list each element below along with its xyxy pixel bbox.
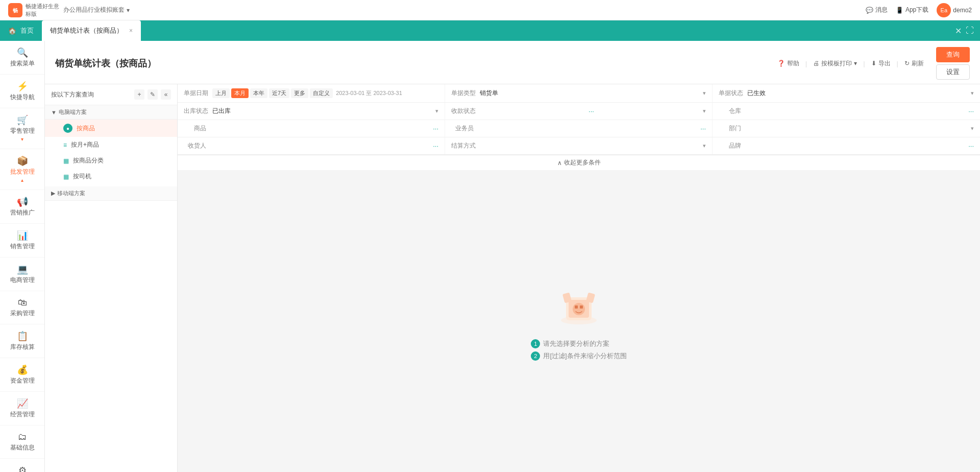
date-tab-last-month[interactable]: 上月 — [212, 88, 230, 98]
out-status-select[interactable]: 已出库 ▾ — [212, 107, 438, 115]
tree-item-by-category[interactable]: ▦ 按商品分类 — [45, 153, 177, 169]
sidebar-item-operations[interactable]: 📈 经营管理 — [0, 392, 44, 426]
product-label: 商品 — [184, 124, 210, 133]
warehouse-dots[interactable]: ··· — [968, 107, 974, 115]
date-tab-custom[interactable]: 自定义 — [310, 88, 333, 98]
add-icon: + — [137, 91, 141, 98]
date-tab-current-year[interactable]: 本年 — [250, 88, 267, 98]
date-tab-current-month[interactable]: 本月 — [231, 88, 249, 98]
tree-item-by-month-product[interactable]: ≡ 按月+商品 — [45, 137, 177, 153]
filter-row-4: 收货人 ··· 结算方式 ▾ — [178, 137, 980, 155]
salesperson-select[interactable]: ··· — [478, 125, 706, 132]
logo-icon: 畅 — [8, 3, 22, 17]
filter-cell-doc-status: 单据状态 已生效 ▾ — [713, 84, 980, 102]
logo-area: 畅 畅捷通好生意 标版 — [8, 3, 59, 17]
query-button[interactable]: 查询 — [936, 47, 970, 62]
operations-icon: 📈 — [2, 398, 42, 409]
filter-cell-out-status: 出库状态 已出库 ▾ — [178, 103, 445, 120]
sidebar-item-basic[interactable]: 🗂 基础信息 — [0, 426, 44, 459]
tree-expand-icon: ▼ — [51, 109, 57, 115]
sidebar-item-system[interactable]: ⚙ 系统管理 — [0, 459, 44, 472]
app-download-button[interactable]: 📱 App下载 — [896, 6, 928, 14]
svg-rect-7 — [580, 305, 583, 309]
tab-active[interactable]: 销货单统计表（按商品） × — [42, 20, 141, 41]
date-tab-more[interactable]: 更多 — [291, 88, 308, 98]
filter-cell-warehouse: 仓库 ··· — [713, 103, 980, 120]
dept-select[interactable]: ▾ — [745, 125, 974, 132]
message-button[interactable]: 💬 消息 — [866, 6, 888, 14]
sidebar-item-finance[interactable]: 💰 资金管理 — [0, 358, 44, 392]
payment-chevron-icon: ▾ — [703, 143, 706, 149]
tree-section-desktop[interactable]: ▼ 电脑端方案 — [45, 105, 177, 120]
left-panel-header: 按以下方案查询 + ✎ « — [45, 84, 177, 105]
product-dots[interactable]: ··· — [433, 125, 438, 132]
user-menu[interactable]: Ea demo2 — [937, 3, 972, 17]
refresh-button[interactable]: ↻ 刷新 — [904, 59, 924, 68]
tab-close-icon[interactable]: × — [129, 27, 133, 34]
empty-state: 1 请先选择要分析的方案 2 用[过滤]条件来缩小分析范围 — [531, 282, 626, 361]
left-panel: 按以下方案查询 + ✎ « ▼ — [45, 84, 178, 472]
help-button[interactable]: ❓ 帮助 — [777, 59, 799, 68]
filter-cell-doc-type: 单据类型 销货单 ▾ — [445, 84, 713, 102]
data-panel: 1 请先选择要分析的方案 2 用[过滤]条件来缩小分析范围 — [178, 170, 980, 472]
collapse-filters-button[interactable]: ∧ 收起更多条件 — [178, 155, 980, 170]
sidebar-item-retail[interactable]: 🛒 零售管理 ▾ — [0, 108, 44, 149]
export-button[interactable]: ⬇ 导出 — [871, 59, 891, 68]
recipient-select[interactable]: ··· — [210, 142, 438, 150]
window-close-button[interactable]: ✕ — [955, 26, 962, 36]
left-panel-label: 按以下方案查询 — [51, 90, 94, 99]
brand-label: 品牌 — [719, 141, 745, 150]
product-select[interactable]: ··· — [210, 125, 438, 132]
inventory-icon: 📋 — [2, 331, 42, 342]
sidebar-item-wholesale[interactable]: 📦 批发管理 ▴ — [0, 149, 44, 190]
tabbar: 🏠 首页 销货单统计表（按商品） × ✕ ⛶ — [0, 20, 980, 41]
sidebar-item-marketing[interactable]: 📢 营销推广 — [0, 190, 44, 224]
tree-item-by-product[interactable]: ● 按商品 — [45, 120, 177, 137]
receipt-status-select[interactable]: ··· ▾ — [480, 107, 706, 115]
svg-point-5 — [573, 303, 585, 315]
brand-dots[interactable]: ··· — [968, 142, 974, 150]
warehouse-select[interactable]: ··· — [745, 107, 974, 115]
brand-select[interactable]: ··· — [745, 142, 974, 150]
date-label: 单据日期 — [184, 89, 212, 98]
edit-scheme-button[interactable]: ✎ — [148, 89, 158, 100]
salesperson-dots[interactable]: ··· — [700, 125, 706, 132]
basic-icon: 🗂 — [2, 432, 42, 442]
recipient-dots[interactable]: ··· — [433, 142, 438, 150]
doc-type-select[interactable]: 销货单 ▾ — [480, 89, 706, 98]
date-tabs: 上月 本月 本年 近7天 更多 自定义 — [212, 88, 333, 98]
collapse-panel-button[interactable]: « — [161, 89, 171, 100]
system-icon: ⚙ — [2, 465, 42, 472]
sidebar-item-sales[interactable]: 📊 销售管理 — [0, 224, 44, 257]
sidebar-item-inventory[interactable]: 📋 库存核算 — [0, 324, 44, 358]
add-scheme-button[interactable]: + — [134, 89, 144, 100]
payment-label: 结算方式 — [451, 141, 480, 150]
by-product-icon: ● — [63, 124, 72, 133]
payment-select[interactable]: ▾ — [480, 143, 706, 149]
body-area: 按以下方案查询 + ✎ « ▼ — [45, 84, 980, 472]
tree-item-by-printer[interactable]: ▦ 按司机 — [45, 169, 177, 184]
print-button[interactable]: 🖨 按模板打印 ▾ — [813, 59, 857, 68]
tab-home[interactable]: 🏠 首页 — [0, 20, 42, 41]
dept-chevron-icon: ▾ — [971, 125, 974, 132]
sidebar-item-quick-nav[interactable]: ⚡ 快捷导航 — [0, 75, 44, 108]
page-title: 销货单统计表（按商品） — [55, 57, 156, 69]
window-expand-button[interactable]: ⛶ — [966, 26, 974, 36]
message-icon: 💬 — [866, 7, 873, 14]
filter-row-3: 商品 ··· 业务员 ··· 部门 — [178, 120, 980, 137]
sidebar-item-search-menu[interactable]: 🔍 搜索菜单 — [0, 41, 44, 75]
receipt-status-dots[interactable]: ··· — [589, 107, 594, 115]
doc-status-select[interactable]: 已生效 ▾ — [747, 89, 974, 98]
filter-cell-product: 商品 ··· — [178, 120, 445, 137]
export-icon: ⬇ — [871, 60, 876, 67]
sidebar-item-ecommerce[interactable]: 💻 电商管理 — [0, 257, 44, 291]
avatar: Ea — [937, 3, 951, 17]
sidebar: 🔍 搜索菜单 ⚡ 快捷导航 🛒 零售管理 ▾ 📦 批发管理 ▴ 📢 营销推广 📊… — [0, 41, 45, 472]
settings-button[interactable]: 设置 — [936, 64, 970, 80]
sidebar-item-purchase[interactable]: 🛍 采购管理 — [0, 291, 44, 324]
breadcrumb-chevron[interactable]: ▾ — [127, 7, 130, 14]
receipt-status-chevron-icon: ▾ — [703, 108, 706, 114]
printer-icon: ▦ — [63, 173, 69, 180]
tree-section-mobile[interactable]: ▶ 移动端方案 — [45, 186, 177, 201]
date-tab-last7[interactable]: 近7天 — [269, 88, 289, 98]
